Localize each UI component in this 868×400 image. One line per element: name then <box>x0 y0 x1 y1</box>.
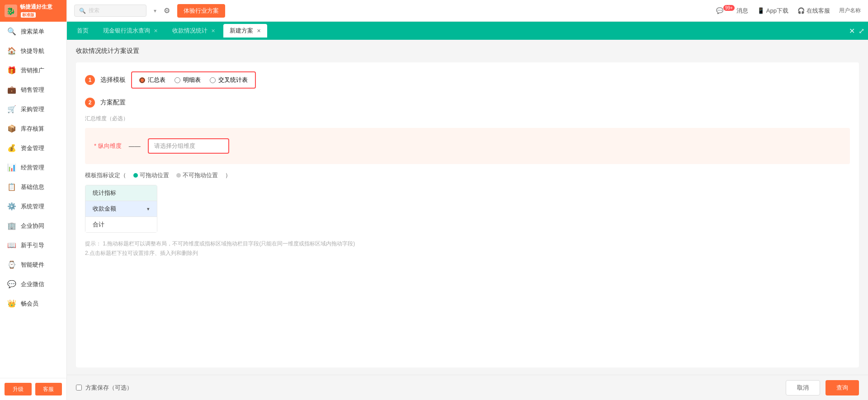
metrics-col2-row: 合计 <box>85 217 157 232</box>
dimension-area: * 纵向维度 —— 请选择分组维度 <box>85 128 850 164</box>
tab-home[interactable]: 首页 <box>71 24 95 38</box>
badge-count: 99+ <box>723 5 735 11</box>
tab-new-plan-label: 新建方案 <box>230 27 253 35</box>
radio-summary-input[interactable] <box>139 77 145 83</box>
upgrade-button[interactable]: 升级 <box>5 383 32 395</box>
sidebar-item-basic-info[interactable]: 📋 基础信息 <box>0 177 66 197</box>
watch-icon: ⌚ <box>7 260 16 269</box>
sidebar-item-label: 采购管理 <box>21 105 44 113</box>
sidebar-item-smart-hw[interactable]: ⌚ 智能硬件 <box>0 255 66 274</box>
radio-detail-label: 明细表 <box>183 76 201 84</box>
tab-new-plan[interactable]: 新建方案 ✕ <box>223 24 267 38</box>
close-window-icon[interactable]: ✕ <box>849 27 855 35</box>
draggable-dot <box>133 173 138 178</box>
crown-icon: 👑 <box>7 299 16 308</box>
sidebar-item-enterprise[interactable]: 🏢 企业协同 <box>0 216 66 235</box>
support-button[interactable]: 客服 <box>35 383 62 395</box>
sidebar-item-wechat[interactable]: 💬 企业微信 <box>0 274 66 294</box>
radio-cross[interactable]: 交叉统计表 <box>210 76 248 84</box>
page-title: 收款情况统计方案设置 <box>76 47 859 55</box>
cancel-button[interactable]: 取消 <box>786 380 820 395</box>
dimension-select[interactable]: 请选择分组维度 <box>148 138 229 154</box>
trial-button[interactable]: 体验行业方案 <box>177 4 225 18</box>
sidebar-item-inventory[interactable]: 📦 库存核算 <box>0 119 66 138</box>
metrics-col1-label: 收款金额 <box>93 205 116 213</box>
radio-cross-input[interactable] <box>210 77 216 83</box>
dimension-arrow-icon: —— <box>129 143 141 150</box>
tab-new-plan-close[interactable]: ✕ <box>257 28 261 34</box>
notification-label: 消息 <box>736 7 748 15</box>
settings-icon[interactable]: ⚙ <box>164 6 170 15</box>
metrics-label: 模板指标设定（ <box>85 171 126 179</box>
support-item[interactable]: 🎧 在线客服 <box>797 7 830 15</box>
no-drag-indicator: 不可拖动位置 <box>176 171 218 179</box>
tip-1: 提示： 1.拖动标题栏可以调整布局，不可跨维度或指标区域拖动栏目字段(只能在同一… <box>85 240 850 248</box>
metrics-col1-row[interactable]: 收款金额 ▾ <box>85 201 157 217</box>
search-icon: 🔍 <box>79 8 86 14</box>
user-name[interactable]: 用户名称 <box>839 7 861 14</box>
list-icon: 📋 <box>7 183 16 191</box>
sidebar-item-guide[interactable]: 📖 新手引导 <box>0 235 66 255</box>
sidebar-logo: 🐉 畅捷通好生意 标准版 <box>0 0 66 22</box>
search-placeholder-text: 搜索 <box>89 7 99 14</box>
tab-bank-flow-close[interactable]: ✕ <box>154 28 158 34</box>
draggable-label: 可拖动位置 <box>140 171 169 179</box>
step2-badge: 2 <box>85 98 95 108</box>
save-checkbox[interactable] <box>76 385 82 391</box>
step2-header: 2 方案配置 <box>85 98 850 108</box>
sidebar-item-finance[interactable]: 💰 资金管理 <box>0 138 66 158</box>
cart-icon: 🛒 <box>7 105 16 113</box>
metrics-table-header: 统计指标 <box>85 185 157 201</box>
dropdown-arrow-icon[interactable]: ▾ <box>154 8 156 14</box>
sidebar-item-quick-nav[interactable]: 🏠 快捷导航 <box>0 41 66 61</box>
sidebar-item-sales[interactable]: 💼 销售管理 <box>0 80 66 99</box>
radio-summary[interactable]: 汇总表 <box>139 76 165 84</box>
gear-icon: ⚙️ <box>7 202 16 211</box>
dimension-row: * 纵向维度 —— 请选择分组维度 <box>94 138 841 154</box>
metrics-dropdown-icon[interactable]: ▾ <box>147 206 150 212</box>
header-search-box[interactable]: 🔍 搜索 <box>74 5 146 17</box>
query-button[interactable]: 查询 <box>826 380 859 395</box>
sidebar-item-label: 畅会员 <box>21 300 38 308</box>
footer-save-option: 方案保存（可选） <box>76 384 132 392</box>
metrics-header: 模板指标设定（ 可拖动位置 不可拖动位置 ） <box>85 171 850 179</box>
sidebar-item-label: 资金管理 <box>21 144 44 152</box>
tips-section: 提示： 1.拖动标题栏可以调整布局，不可跨维度或指标区域拖动栏目字段(只能在同一… <box>85 240 850 257</box>
sidebar-item-label: 经营管理 <box>21 164 44 172</box>
chart-icon: 📊 <box>7 163 16 172</box>
tab-bank-flow[interactable]: 现金银行流水查询 ✕ <box>97 24 164 38</box>
radio-detail-input[interactable] <box>175 77 180 83</box>
tab-home-label: 首页 <box>77 27 89 35</box>
tab-collection-stat[interactable]: 收款情况统计 ✕ <box>166 24 222 38</box>
book-icon: 📖 <box>7 241 16 249</box>
sidebar-item-marketing[interactable]: 🎁 营销推广 <box>0 61 66 80</box>
tab-collection-stat-label: 收款情况统计 <box>172 27 208 35</box>
headset-icon: 🎧 <box>797 7 805 14</box>
no-drag-label: 不可拖动位置 <box>183 171 218 179</box>
sidebar-item-member[interactable]: 👑 畅会员 <box>0 294 66 313</box>
notification-item[interactable]: 💬 99+ 消息 <box>716 7 748 15</box>
building-icon: 🏢 <box>7 221 16 230</box>
download-label: App下载 <box>766 7 788 15</box>
home-icon: 🏠 <box>7 47 16 55</box>
footer: 方案保存（可选） 取消 查询 <box>67 375 868 400</box>
tab-collection-stat-close[interactable]: ✕ <box>211 28 215 34</box>
support-label: 在线客服 <box>807 7 830 15</box>
expand-icon[interactable]: ⤢ <box>859 27 864 35</box>
sidebar-item-system[interactable]: ⚙️ 系统管理 <box>0 197 66 216</box>
sidebar-bottom: 升级 客服 <box>0 378 66 400</box>
logo-text: 畅捷通好生意 <box>20 4 52 11</box>
sidebar-item-purchase[interactable]: 🛒 采购管理 <box>0 99 66 119</box>
no-drag-dot <box>176 173 181 178</box>
sidebar-item-search-menu[interactable]: 🔍 搜索菜单 <box>0 22 66 41</box>
sidebar-item-label: 系统管理 <box>21 202 44 211</box>
sidebar-item-label: 基础信息 <box>21 183 44 191</box>
content-area: 收款情况统计方案设置 1 选择模板 汇总表 明细表 <box>67 40 868 375</box>
search-menu-icon: 🔍 <box>7 27 16 36</box>
download-item[interactable]: 📱 App下载 <box>757 7 788 15</box>
metrics-table: 统计指标 收款金额 ▾ 合计 <box>85 185 157 233</box>
draggable-indicator: 可拖动位置 <box>133 171 169 179</box>
radio-detail[interactable]: 明细表 <box>175 76 201 84</box>
sidebar-item-label: 新手引导 <box>21 241 44 249</box>
sidebar-item-operation[interactable]: 📊 经营管理 <box>0 158 66 177</box>
